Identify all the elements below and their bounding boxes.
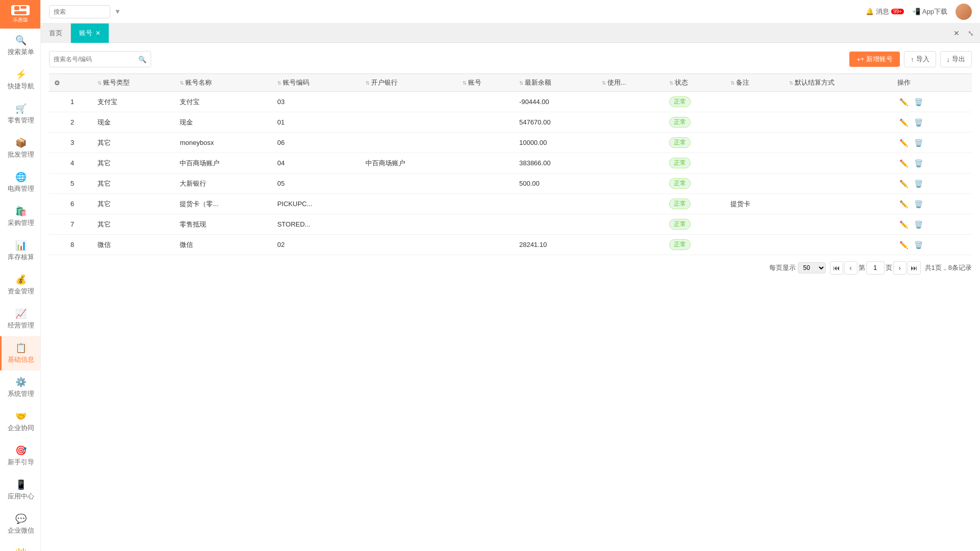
delete-button-7[interactable]: 🗑️ <box>912 240 925 250</box>
topbar: ▼ 🔔 消息 99+ 📲 App下载 <box>41 0 980 23</box>
cell-name-3: 中百商场账户 <box>175 153 272 173</box>
th-usage[interactable]: ⇅使用... <box>597 74 664 92</box>
cell-name-0: 支付宝 <box>175 92 272 112</box>
cell-status-5: 正常 <box>664 194 726 214</box>
sidebar-item-member[interactable]: 👑 畅会员 <box>0 541 40 551</box>
export-button[interactable]: ↓ 导出 <box>940 51 972 67</box>
sidebar-item-operations[interactable]: 📈 经营管理 <box>0 302 40 336</box>
th-default-payment[interactable]: ⇅默认结算方式 <box>784 74 892 92</box>
top-search-chevron[interactable]: ▼ <box>114 8 121 15</box>
cell-bank-2 <box>360 133 458 153</box>
cell-bank-1 <box>360 112 458 133</box>
cell-default-payment-6 <box>784 214 892 235</box>
edit-button-4[interactable]: ✏️ <box>897 179 910 189</box>
sidebar-item-capital[interactable]: 💰 资金管理 <box>0 268 40 302</box>
th-type[interactable]: ⇅账号类型 <box>92 74 175 92</box>
page-nav: ⏮ ‹ 第 页 › ⏭ <box>830 261 921 274</box>
message-button[interactable]: 🔔 消息 99+ <box>866 7 904 16</box>
app-download-icon: 📲 <box>912 8 920 15</box>
th-operation: 操作 <box>892 74 972 92</box>
cell-num-2: 3 <box>65 133 92 153</box>
page-input[interactable] <box>866 261 885 274</box>
cell-bank-5 <box>360 194 458 214</box>
edit-button-5[interactable]: ✏️ <box>897 199 910 209</box>
sidebar-item-system[interactable]: ⚙️ 系统管理 <box>0 370 40 405</box>
delete-button-3[interactable]: 🗑️ <box>912 158 925 168</box>
delete-button-6[interactable]: 🗑️ <box>912 219 925 230</box>
cell-remark-3 <box>725 153 784 173</box>
page-prev-button[interactable]: ‹ <box>844 261 857 274</box>
cell-balance-2: 10000.00 <box>514 133 597 153</box>
cell-num-0: 1 <box>65 92 92 112</box>
sidebar-item-ecommerce[interactable]: 🌐 电商管理 <box>0 165 40 199</box>
sidebar-logo: 乐惠版 <box>0 0 40 29</box>
tab-account-close[interactable]: ✕ <box>95 30 101 37</box>
cell-remark-6 <box>725 214 784 235</box>
wholesale-icon: 📦 <box>15 137 27 148</box>
avatar[interactable] <box>955 4 972 20</box>
page-last-button[interactable]: ⏭ <box>908 261 921 274</box>
cell-num-4: 5 <box>65 173 92 194</box>
edit-button-1[interactable]: ✏️ <box>897 117 910 128</box>
table-row: 4 其它 中百商场账户 04 中百商场账户 383866.00 正常 ✏️ 🗑️ <box>49 153 972 173</box>
tab-fullscreen-button[interactable]: ⤡ <box>966 28 976 38</box>
cell-remark-2 <box>725 133 784 153</box>
app-download-button[interactable]: 📲 App下载 <box>912 7 947 16</box>
per-page-label: 每页显示 <box>769 263 796 272</box>
delete-button-4[interactable]: 🗑️ <box>912 179 925 189</box>
tab-close-all-button[interactable]: ✕ <box>951 28 962 38</box>
sidebar-item-guide[interactable]: 🎯 新手引导 <box>0 439 40 473</box>
page-label: 第 <box>859 263 865 272</box>
sidebar-item-wholesale[interactable]: 📦 批发管理 <box>0 131 40 165</box>
edit-button-3[interactable]: ✏️ <box>897 158 910 168</box>
cell-usage-1 <box>597 112 664 133</box>
edit-button-2[interactable]: ✏️ <box>897 138 910 148</box>
sidebar-item-enterprise[interactable]: 🤝 企业协同 <box>0 405 40 439</box>
delete-button-2[interactable]: 🗑️ <box>912 138 925 148</box>
edit-button-0[interactable]: ✏️ <box>897 97 910 107</box>
edit-button-7[interactable]: ✏️ <box>897 240 910 250</box>
th-balance[interactable]: ⇅最新余额 <box>514 74 597 92</box>
sidebar-item-wechat[interactable]: 💬 企业微信 <box>0 507 40 541</box>
capital-icon: 💰 <box>15 274 27 285</box>
import-button[interactable]: ↑ 导入 <box>904 51 936 67</box>
delete-button-5[interactable]: 🗑️ <box>912 199 925 209</box>
add-account-button[interactable]: + + 新增账号 <box>849 52 900 67</box>
sidebar-item-basic-info[interactable]: 📋 基础信息 <box>0 336 40 370</box>
sidebar-item-purchase[interactable]: 🛍️ 采购管理 <box>0 199 40 234</box>
cell-account-6 <box>457 214 514 235</box>
sidebar-item-inventory[interactable]: 📊 库存核算 <box>0 234 40 268</box>
message-icon: 🔔 <box>866 8 874 15</box>
th-bank[interactable]: ⇅开户银行 <box>360 74 458 92</box>
sidebar-item-search-menu[interactable]: 🔍 搜索菜单 <box>0 29 40 63</box>
th-code[interactable]: ⇅账号编码 <box>272 74 360 92</box>
cell-default-payment-2 <box>784 133 892 153</box>
top-search-input[interactable] <box>49 5 110 18</box>
th-remark[interactable]: ⇅备注 <box>725 74 784 92</box>
sidebar-item-quick-nav[interactable]: ⚡ 快捷导航 <box>0 63 40 97</box>
edit-button-6[interactable]: ✏️ <box>897 219 910 230</box>
tab-account[interactable]: 账号 ✕ <box>71 23 109 43</box>
cell-settings-3 <box>49 153 65 173</box>
cell-bank-6 <box>360 214 458 235</box>
cell-settings-0 <box>49 92 65 112</box>
delete-button-1[interactable]: 🗑️ <box>912 117 925 128</box>
sidebar-item-app-center[interactable]: 📱 应用中心 <box>0 473 40 507</box>
page-size-select[interactable]: 50 100 200 <box>798 262 826 273</box>
tab-home[interactable]: 首页 <box>41 23 71 43</box>
page-next-button[interactable]: › <box>893 261 906 274</box>
cell-balance-7: 28241.10 <box>514 235 597 255</box>
search-button[interactable]: 🔍 <box>134 56 151 63</box>
th-account[interactable]: ⇅账号 <box>457 74 514 92</box>
cell-settings-4 <box>49 173 65 194</box>
cell-usage-3 <box>597 153 664 173</box>
page-size-wrap: 每页显示 50 100 200 <box>769 262 826 273</box>
delete-button-0[interactable]: 🗑️ <box>912 97 925 107</box>
th-name[interactable]: ⇅账号名称 <box>175 74 272 92</box>
th-settings[interactable]: ⚙ <box>49 74 65 92</box>
th-status[interactable]: ⇅状态 <box>664 74 726 92</box>
page-first-button[interactable]: ⏮ <box>830 261 843 274</box>
sidebar-item-retail[interactable]: 🛒 零售管理 <box>0 97 40 131</box>
search-input[interactable] <box>50 56 134 63</box>
cell-settings-1 <box>49 112 65 133</box>
